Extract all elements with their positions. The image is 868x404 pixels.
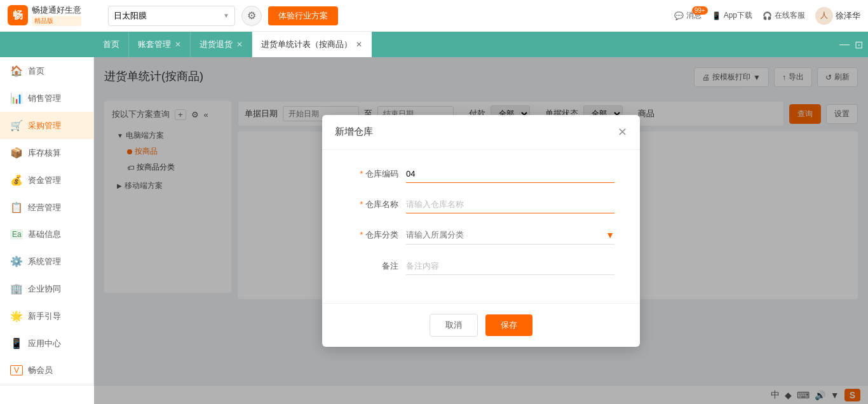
sidebar-item-purchase-label: 采购管理 [28, 120, 61, 131]
form-row-name: 仓库名称 [348, 196, 614, 213]
name-input[interactable] [406, 196, 614, 213]
tab-home[interactable]: 首页 [94, 32, 129, 57]
avatar: 人 [815, 7, 833, 25]
sidebar-item-guide-label: 新手引导 [28, 311, 61, 322]
system-icon: ⚙️ [10, 255, 23, 267]
inventory-icon: 📦 [10, 147, 23, 159]
app-edition: 精品版 [32, 16, 81, 26]
dialog-footer: 取消 保存 [322, 303, 640, 347]
sidebar-item-apps[interactable]: 📱 应用中心 [0, 330, 93, 357]
sidebar-item-operations[interactable]: 📋 经营管理 [0, 194, 93, 221]
modal-overlay: 新增仓库 ✕ 仓库编码 仓库名称 仓库 [94, 57, 868, 404]
content-area: 进货单统计(按商品) 🖨 按模板打印 ▼ ↑ 导出 ↺ 刷新 [94, 57, 868, 404]
cancel-button[interactable]: 取消 [430, 314, 478, 337]
sidebar-item-basic-info-label: 基础信息 [28, 229, 61, 240]
settings-button[interactable]: ⚙ [241, 6, 262, 26]
message-badge: 99+ [692, 6, 708, 15]
main-layout: 🏠 首页 📊 销售管理 🛒 采购管理 📦 库存核算 💰 资金管理 📋 经营管理 … [0, 57, 868, 404]
dialog-close-button[interactable]: ✕ [618, 125, 627, 139]
tab-home-label: 首页 [103, 39, 119, 50]
name-label: 仓库名称 [348, 199, 398, 210]
sidebar-item-vip[interactable]: V 畅会员 [0, 357, 93, 384]
tab-controls: — ⊡ [839, 39, 868, 51]
sidebar-item-enterprise[interactable]: 🏢 企业协同 [0, 275, 93, 302]
note-label: 备注 [348, 260, 398, 272]
sidebar-item-system[interactable]: ⚙️ 系统管理 [0, 248, 93, 275]
header-right: 💬 消息 99+ 📱 App下载 🎧 在线客服 人 徐泽华 [674, 7, 860, 25]
guide-icon: 🌟 [10, 310, 23, 322]
sidebar-item-purchase[interactable]: 🛒 采购管理 [0, 112, 93, 139]
sidebar-item-inventory[interactable]: 📦 库存核算 [0, 139, 93, 166]
code-label: 仓库编码 [348, 168, 398, 180]
category-select-wrap[interactable]: ▼ [406, 226, 614, 245]
messages-button[interactable]: 💬 消息 99+ [674, 10, 702, 21]
operations-icon: 📋 [10, 201, 23, 213]
username: 徐泽华 [836, 10, 860, 22]
sidebar-item-home[interactable]: 🏠 首页 [0, 57, 93, 84]
tab-purchase-stats-label: 进货单统计表（按商品） [261, 39, 352, 50]
tab-purchase-stats-close[interactable]: ✕ [356, 40, 362, 49]
sidebar-item-home-label: 首页 [28, 65, 44, 77]
note-input[interactable] [406, 257, 614, 275]
top-header: 畅 畅捷通好生意 精品版 ▼ ⚙ 体验行业方案 💬 消息 99+ 📱 App下载… [0, 0, 868, 32]
vip-icon: V [10, 365, 23, 375]
logo-area: 畅 畅捷通好生意 精品版 [8, 5, 102, 26]
dialog-body: 仓库编码 仓库名称 仓库分类 ▼ [322, 150, 640, 303]
category-label: 仓库分类 [348, 229, 398, 241]
user-info[interactable]: 人 徐泽华 [815, 7, 860, 25]
sidebar-item-vip-label: 畅会员 [28, 365, 53, 376]
form-row-category: 仓库分类 ▼ [348, 226, 614, 245]
tab-purchase-return-label: 进货退货 [200, 39, 233, 50]
phone-icon: 📱 [712, 11, 721, 20]
purchase-icon: 🛒 [10, 119, 23, 131]
online-service-label: 在线客服 [775, 10, 805, 21]
search-dropdown-icon: ▼ [223, 12, 229, 19]
tab-purchase-return-close[interactable]: ✕ [236, 40, 243, 49]
sidebar-item-finance-label: 资金管理 [28, 175, 61, 186]
sidebar-item-operations-label: 经营管理 [28, 202, 61, 213]
tab-bar: 首页 账套管理 ✕ 进货退货 ✕ 进货单统计表（按商品） ✕ — ⊡ [0, 32, 868, 57]
tab-purchase-stats[interactable]: 进货单统计表（按商品） ✕ [252, 32, 372, 57]
search-bar[interactable]: ▼ [108, 6, 235, 26]
sidebar-item-basic-info[interactable]: Ea 基础信息 [0, 221, 93, 248]
app-name: 畅捷通好生意 [32, 5, 81, 16]
trial-button[interactable]: 体验行业方案 [268, 6, 338, 25]
tab-account-label: 账套管理 [138, 39, 171, 50]
category-dropdown-icon: ▼ [606, 230, 614, 240]
code-input[interactable] [406, 165, 614, 183]
sidebar-item-apps-label: 应用中心 [28, 338, 61, 349]
sidebar-item-sales[interactable]: 📊 销售管理 [0, 84, 93, 112]
sidebar-item-sales-label: 销售管理 [28, 93, 61, 104]
apps-icon: 📱 [10, 337, 23, 349]
form-row-note: 备注 [348, 257, 614, 275]
sidebar-item-enterprise-label: 企业协同 [28, 283, 61, 295]
tab-minimize-icon[interactable]: — [839, 39, 850, 50]
app-download-button[interactable]: 📱 App下载 [712, 10, 752, 21]
form-row-code: 仓库编码 [348, 165, 614, 183]
tab-maximize-icon[interactable]: ⊡ [855, 39, 863, 51]
logo-icon: 畅 [8, 5, 28, 25]
sidebar-item-finance[interactable]: 💰 资金管理 [0, 166, 93, 194]
enterprise-icon: 🏢 [10, 283, 23, 295]
search-input[interactable] [114, 11, 223, 20]
basic-info-icon: Ea [10, 229, 23, 239]
tab-account-management[interactable]: 账套管理 ✕ [129, 32, 191, 57]
sidebar-item-system-label: 系统管理 [28, 256, 61, 267]
app-download-label: App下载 [724, 10, 752, 21]
dialog-add-warehouse: 新增仓库 ✕ 仓库编码 仓库名称 仓库 [322, 115, 640, 347]
dialog-header: 新增仓库 ✕ [322, 115, 640, 150]
message-icon: 💬 [674, 11, 684, 20]
dialog-title: 新增仓库 [335, 126, 373, 138]
tab-purchase-return[interactable]: 进货退货 ✕ [191, 32, 252, 57]
headset-icon: 🎧 [763, 11, 772, 20]
home-icon: 🏠 [10, 65, 23, 77]
sidebar: 🏠 首页 📊 销售管理 🛒 采购管理 📦 库存核算 💰 资金管理 📋 经营管理 … [0, 57, 94, 404]
online-service-button[interactable]: 🎧 在线客服 [763, 10, 805, 21]
finance-icon: 💰 [10, 174, 23, 186]
tab-account-close[interactable]: ✕ [175, 40, 181, 49]
sales-icon: 📊 [10, 92, 23, 104]
sidebar-item-inventory-label: 库存核算 [28, 147, 61, 159]
save-button[interactable]: 保存 [485, 314, 532, 336]
category-input[interactable] [406, 230, 606, 239]
sidebar-item-guide[interactable]: 🌟 新手引导 [0, 302, 93, 330]
